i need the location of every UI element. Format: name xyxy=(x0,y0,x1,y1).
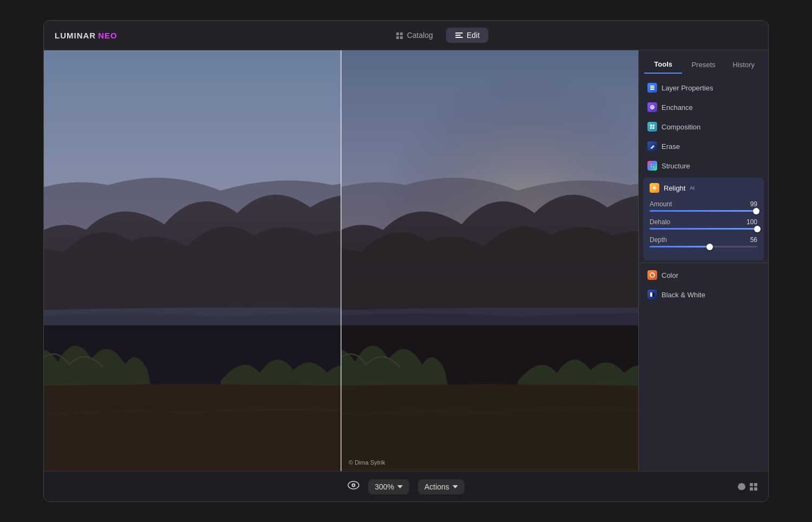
erase-icon xyxy=(647,141,657,151)
depth-slider-row: Depth 56 xyxy=(650,236,757,247)
os-icons xyxy=(738,483,757,491)
svg-rect-7 xyxy=(650,87,654,88)
color-label: Color xyxy=(662,271,678,279)
tab-history[interactable]: History xyxy=(725,56,763,74)
depth-slider-thumb[interactable] xyxy=(706,244,713,250)
amount-value: 99 xyxy=(750,200,757,208)
erase-icon-svg xyxy=(650,143,655,149)
tools-panel: Tools Presets History Layer Properties xyxy=(638,50,768,471)
composition-label: Composition xyxy=(662,123,700,131)
actions-button[interactable]: Actions xyxy=(418,479,464,494)
svg-rect-1 xyxy=(455,35,461,36)
svg-rect-0 xyxy=(455,32,463,34)
svg-rect-8 xyxy=(650,89,654,90)
tool-item-enchance[interactable]: Enchance xyxy=(639,97,768,117)
svg-rect-25 xyxy=(650,292,652,297)
photo-left xyxy=(44,50,341,471)
title-bar: LUMINAR NEO Catalog Edit xyxy=(44,21,768,50)
zoom-chevron-icon xyxy=(397,485,403,488)
svg-rect-26 xyxy=(652,292,654,297)
svg-point-29 xyxy=(353,485,355,486)
divider xyxy=(639,263,768,263)
enchance-label: Enchance xyxy=(662,103,693,112)
apple-icon xyxy=(738,483,745,491)
layer-properties-label: Layer Properties xyxy=(662,84,713,92)
depth-label: Depth xyxy=(650,236,667,244)
tab-tools[interactable]: Tools xyxy=(644,56,682,74)
amount-slider-thumb[interactable] xyxy=(753,208,759,214)
layer-properties-icon-svg xyxy=(650,85,655,90)
app-window: LUMINAR NEO Catalog Edit xyxy=(43,20,769,502)
edit-label: Edit xyxy=(467,31,480,40)
actions-chevron-icon xyxy=(453,485,458,488)
relight-header[interactable]: Relight AI xyxy=(643,178,764,198)
svg-rect-11 xyxy=(650,125,652,127)
composition-icon xyxy=(647,122,657,132)
zoom-button[interactable]: 300% xyxy=(368,479,409,494)
svg-rect-2 xyxy=(455,37,463,38)
main-content: © Dima Sytrik Tools Presets History xyxy=(44,50,768,471)
photo-container: © Dima Sytrik xyxy=(44,50,638,471)
svg-rect-14 xyxy=(652,127,654,129)
tool-item-color[interactable]: Color xyxy=(639,265,768,285)
depth-slider-fill xyxy=(650,246,710,247)
dehalo-slider-thumb[interactable] xyxy=(754,226,761,232)
depth-label-row: Depth 56 xyxy=(650,236,757,244)
edit-button[interactable]: Edit xyxy=(446,28,488,43)
photo-left-svg xyxy=(44,50,341,471)
logo-luminar-text: LUMINAR xyxy=(55,31,96,40)
depth-value: 56 xyxy=(750,236,757,244)
split-divider[interactable] xyxy=(340,50,342,471)
composition-icon-svg xyxy=(650,124,655,129)
catalog-icon xyxy=(395,31,404,40)
amount-slider-row: Amount 99 xyxy=(650,200,757,212)
dehalo-slider-track[interactable] xyxy=(650,228,757,230)
tab-presets[interactable]: Presets xyxy=(684,56,722,74)
catalog-button[interactable]: Catalog xyxy=(387,28,442,43)
dehalo-slider-fill xyxy=(650,228,757,230)
tool-item-erase[interactable]: Erase xyxy=(639,136,768,156)
svg-rect-30 xyxy=(750,483,753,486)
structure-icon xyxy=(647,161,657,171)
erase-label: Erase xyxy=(662,142,680,151)
tool-item-black-white[interactable]: Black & White xyxy=(639,285,768,304)
dehalo-slider-row: Dehalo 100 xyxy=(650,218,757,230)
svg-point-16 xyxy=(653,164,654,166)
photo-right-svg xyxy=(341,50,638,471)
relight-body: Amount 99 Dehalo 1 xyxy=(643,198,764,260)
tool-item-layer-properties[interactable]: Layer Properties xyxy=(639,78,768,97)
logo-neo-text: NEO xyxy=(98,31,117,40)
enchance-icon-svg xyxy=(650,105,655,110)
svg-rect-6 xyxy=(650,86,654,87)
svg-rect-12 xyxy=(653,125,654,127)
color-icon-svg xyxy=(650,272,655,278)
canvas-area: © Dima Sytrik xyxy=(44,50,638,471)
eye-icon-svg xyxy=(348,481,359,490)
color-icon xyxy=(647,270,657,280)
amount-slider-track[interactable] xyxy=(650,210,757,212)
app-logo: LUMINAR NEO xyxy=(55,31,117,40)
actions-label: Actions xyxy=(424,482,449,491)
dehalo-value: 100 xyxy=(746,218,757,226)
panel-tabs: Tools Presets History xyxy=(639,50,768,74)
zoom-label: 300% xyxy=(375,482,394,491)
tool-item-structure[interactable]: Structure xyxy=(639,156,768,175)
edit-icon xyxy=(455,31,463,40)
catalog-label: Catalog xyxy=(407,31,433,40)
layer-properties-icon xyxy=(647,83,657,93)
bottom-bar: 300% Actions xyxy=(44,471,768,501)
svg-point-10 xyxy=(652,107,653,108)
structure-label: Structure xyxy=(662,162,690,170)
panel-content: Layer Properties Enchance xyxy=(639,74,768,471)
tool-item-composition[interactable]: Composition xyxy=(639,117,768,136)
relight-icon-svg xyxy=(652,185,657,191)
svg-rect-31 xyxy=(754,483,757,486)
relight-icon xyxy=(650,183,659,193)
relight-label: Relight xyxy=(664,184,685,192)
svg-rect-33 xyxy=(754,487,757,491)
relight-section: Relight AI Amount 99 xyxy=(643,178,764,260)
visibility-icon[interactable] xyxy=(348,481,359,492)
svg-point-19 xyxy=(653,187,656,190)
depth-slider-track[interactable] xyxy=(650,246,757,247)
photo-right: © Dima Sytrik xyxy=(341,50,638,471)
